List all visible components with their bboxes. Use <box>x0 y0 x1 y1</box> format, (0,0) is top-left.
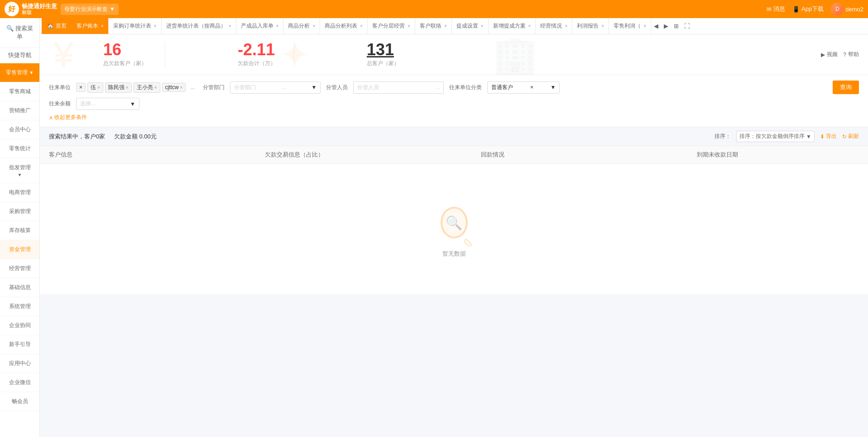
tab-operation-status-close[interactable]: × <box>565 24 567 28</box>
tab-retail-profit[interactable]: 零售利润（ × <box>609 18 651 34</box>
stat-credit-customers: 16 总欠款客户（家） <box>49 42 165 67</box>
top-bar-left: 好 畅捷通好生意 标版 母婴行业演示帐套 ▼ <box>5 2 119 16</box>
tab-purchase-stats-close[interactable]: × <box>229 24 231 28</box>
tab-product-analysis-label: 商品分析 <box>288 22 310 30</box>
tab-retail-profit-close[interactable]: × <box>643 24 646 28</box>
filter-tag-x1[interactable]: × <box>76 83 86 92</box>
collapse-button[interactable]: ∧ 收起更多条件 <box>49 114 859 121</box>
sidebar-item-ecommerce[interactable]: 电商管理 <box>0 183 39 202</box>
tab-product-analysis[interactable]: 商品分析 × <box>283 18 320 34</box>
person-filter-label: 分管人员 <box>326 84 348 91</box>
sidebar-item-retail-stats[interactable]: 零售统计 <box>0 139 39 158</box>
unit-filter-label: 往来单位 <box>49 84 71 91</box>
sidebar-item-member-plus-label: 畅会员 <box>12 398 28 404</box>
tab-scroll-right[interactable]: ▶ <box>661 18 671 34</box>
tab-product-inbound-close[interactable]: × <box>276 24 279 28</box>
filter-tag-wang-remove[interactable]: × <box>154 85 157 90</box>
dept-filter-select[interactable]: 分管部门 ... ▼ <box>230 81 321 94</box>
sort-select[interactable]: 排序：按欠款金额倒序排序 ▼ <box>736 131 815 142</box>
sidebar-item-finance[interactable]: 资金管理 <box>0 240 39 259</box>
search-result-text: 搜索结果中，客户0家 <box>49 133 105 140</box>
home-icon: 🏠 <box>47 23 54 29</box>
tab-product-analysis-close[interactable]: × <box>312 24 315 28</box>
tab-new-raise-plan[interactable]: 新增提成方案 × <box>489 18 536 34</box>
message-button[interactable]: ✉ 消息 <box>767 5 785 13</box>
tab-raise-settings[interactable]: 提成设置 × <box>452 18 489 34</box>
sidebar-item-system[interactable]: 系统管理 <box>0 297 39 316</box>
filter-tag-wu-remove[interactable]: × <box>97 85 100 90</box>
tab-purchase-order-close[interactable]: × <box>154 24 157 28</box>
tab-customer-book-close[interactable]: × <box>101 24 104 28</box>
sidebar-item-basic-info[interactable]: 基础信息 <box>0 278 39 297</box>
sidebar-item-marketing[interactable]: 营销推广 <box>0 101 39 120</box>
stat-credit-total: -2.11 欠款合计（万） <box>165 42 294 67</box>
query-button[interactable]: 查询 <box>833 81 859 94</box>
tab-home[interactable]: 🏠 首页 <box>42 18 72 34</box>
balance-filter-select[interactable]: 选择... ▼ <box>76 98 139 110</box>
sidebar-item-member-center[interactable]: 会员中心 <box>0 120 39 139</box>
tab-customer-book[interactable]: 客户账本 × <box>72 18 109 34</box>
tab-customer-contact[interactable]: 客户联络 × <box>415 18 452 34</box>
message-icon: ✉ <box>767 6 772 13</box>
tab-purchase-stats-product[interactable]: 进货单统计表（按商品） × <box>162 18 236 34</box>
sidebar-item-member-plus[interactable]: 畅会员 <box>0 392 39 411</box>
demo-arrow: ▼ <box>110 6 115 12</box>
tab-profit-report[interactable]: 利润报告 × <box>572 18 609 34</box>
tab-product-analysis-list-close[interactable]: × <box>360 24 363 28</box>
sidebar-item-retail-mall[interactable]: 零售商城 <box>0 82 39 101</box>
sort-value: 排序：按欠款金额倒序排序 <box>739 133 805 140</box>
sidebar-item-retail-mgmt-label: 零售管理 <box>6 69 28 76</box>
filter-tag-wang[interactable]: 王小亮 × <box>134 82 160 93</box>
demo-selector[interactable]: 母婴行业演示帐套 ▼ <box>61 4 119 15</box>
tab-menu[interactable]: ⊞ <box>671 18 681 34</box>
tab-raise-settings-close[interactable]: × <box>481 24 484 28</box>
sidebar-item-wechat-label: 企业微信 <box>9 379 31 385</box>
tab-expand[interactable]: ⛶ <box>681 18 693 34</box>
balance-filter-label: 往来余额 <box>49 100 71 108</box>
tab-customer-segment-close[interactable]: × <box>408 24 410 28</box>
sidebar-item-app-center[interactable]: 应用中心 <box>0 354 39 373</box>
tab-product-inbound[interactable]: 产成品入库单 × <box>236 18 284 34</box>
tab-retail-profit-label: 零售利润（ <box>614 22 641 30</box>
unit-type-filter-select[interactable]: 普通客户 × ▼ <box>487 81 560 94</box>
refresh-button[interactable]: ↻ 刷新 <box>842 133 859 140</box>
app-download-button[interactable]: 📱 App下载 <box>792 5 824 13</box>
export-label: 导出 <box>826 133 837 140</box>
sidebar: 🔍 搜索菜单 快捷导航 零售管理 ▼ 零售商城 营销推广 会员中心 零售统计 <box>0 18 40 437</box>
tab-new-raise-plan-close[interactable]: × <box>528 24 531 28</box>
sidebar-item-newbie[interactable]: 新手引导 <box>0 335 39 354</box>
sidebar-item-batch-mgmt[interactable]: 批发管理 ▼ <box>0 158 39 183</box>
sidebar-item-retail-mgmt[interactable]: 零售管理 ▼ <box>0 63 39 82</box>
sidebar-item-operation[interactable]: 经营管理 <box>0 259 39 278</box>
tab-profit-report-close[interactable]: × <box>601 24 604 28</box>
filter-tag-cjttcw[interactable]: cjttcw × <box>162 83 186 92</box>
tab-customer-segment[interactable]: 客户分层经营 × <box>368 18 415 34</box>
unit-type-filter-remove[interactable]: × <box>530 84 533 90</box>
sidebar-item-enterprise[interactable]: 企业协同 <box>0 316 39 335</box>
filter-tag-more[interactable]: ... <box>187 83 197 91</box>
filter-tag-cjttcw-remove[interactable]: × <box>180 85 183 90</box>
sidebar-item-newbie-label: 新手引导 <box>9 341 31 347</box>
tab-product-analysis-list[interactable]: 商品分析列表 × <box>320 18 368 34</box>
quick-nav-button[interactable]: 快捷导航 <box>0 48 39 63</box>
filter-tag-chen[interactable]: 陈民强 × <box>105 82 132 93</box>
tab-purchase-order-stats[interactable]: 采购订单统计表 × <box>109 18 162 34</box>
filter-tag-chen-remove[interactable]: × <box>126 85 129 90</box>
search-menu-button[interactable]: 🔍 搜索菜单 <box>4 23 36 43</box>
tab-customer-contact-close[interactable]: × <box>444 24 447 28</box>
tab-new-raise-plan-label: 新增提成方案 <box>493 22 526 30</box>
tab-scroll-left[interactable]: ◀ <box>651 18 661 34</box>
home-label: 首页 <box>56 22 67 30</box>
sidebar-item-wechat[interactable]: 企业微信 <box>0 373 39 392</box>
tab-operation-status[interactable]: 经营情况 × <box>536 18 572 34</box>
video-button[interactable]: ▶ 视频 <box>821 51 838 58</box>
sidebar-item-inventory[interactable]: 库存核算 <box>0 221 39 240</box>
export-button[interactable]: ⬇ 导出 <box>820 133 837 140</box>
person-filter-select[interactable]: 分管人员 ... <box>353 81 444 94</box>
filter-tag-chen-label: 陈民强 <box>108 84 125 91</box>
filter-tag-wu[interactable]: 伍 × <box>87 82 103 93</box>
sidebar-item-purchase[interactable]: 采购管理 <box>0 202 39 221</box>
tab-purchase-stats-label: 进货单统计表（按商品） <box>166 22 226 30</box>
help-button[interactable]: ? 帮助 <box>843 51 859 58</box>
user-profile[interactable]: D demo2 <box>831 3 863 15</box>
